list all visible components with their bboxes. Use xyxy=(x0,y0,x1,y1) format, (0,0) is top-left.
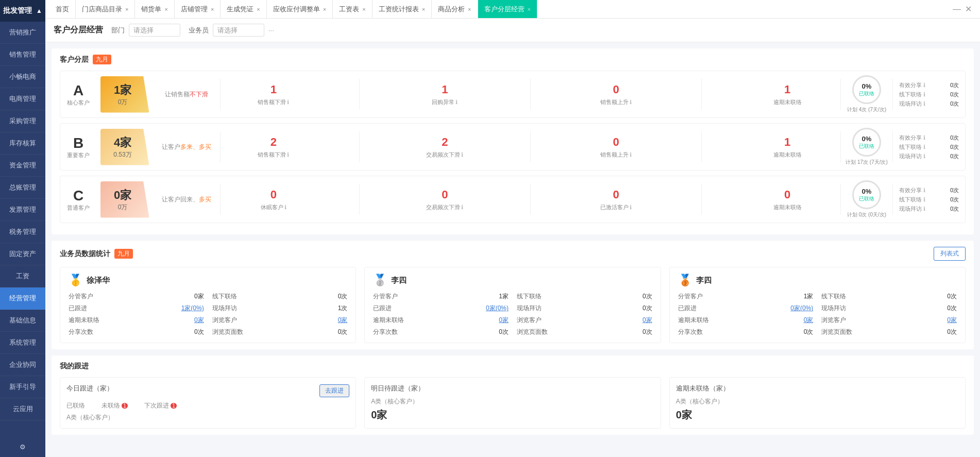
biz-stat-val-1-5[interactable]: 0家 xyxy=(643,316,652,325)
dept-select[interactable]: 请选择 xyxy=(129,24,180,37)
right-info-icon-C-0[interactable]: ℹ xyxy=(923,187,925,193)
main-area: 首页门店商品目录×销货单×店铺管理×生成凭证×应收应付调整单×工资表×工资统计报… xyxy=(45,0,980,457)
staff-select[interactable]: 请选择 xyxy=(213,24,264,37)
sidebar-header[interactable]: 批发管理 ▲ xyxy=(0,0,45,22)
tab-销货单[interactable]: 销货单× xyxy=(135,0,174,19)
contact-label-C: 已联络 xyxy=(859,195,874,202)
biz-section: 业务员数据统计 九月 列表式 🥇 徐泽华 分管客户 0家 线下联络 0次 已跟进… xyxy=(52,241,974,349)
tab-close-生成凭证[interactable]: × xyxy=(257,6,260,12)
biz-stat-val-2-5[interactable]: 0家 xyxy=(947,316,957,325)
sidebar-item-税务管理[interactable]: 税务管理 xyxy=(0,221,45,243)
biz-stat-val-0-5[interactable]: 0家 xyxy=(338,316,348,325)
followup-title: 我的跟进 xyxy=(60,362,966,371)
tab-客户分层经营[interactable]: 客户分层经营× xyxy=(478,0,537,19)
tier-stat-A-0: 1 销售额下滑 ℹ xyxy=(253,83,294,106)
followup-overdue: 逾期未联络（家） A类（核心客户） 0家 xyxy=(669,377,966,429)
biz-stat-val-0-2[interactable]: 1家(0%) xyxy=(181,304,204,313)
info-icon-A-1[interactable]: ℹ xyxy=(455,99,458,106)
biz-stat-val-2-2[interactable]: 0家(0%) xyxy=(790,304,813,313)
biz-stat-1-4: 逾期未联络 0家 xyxy=(373,316,509,325)
sidebar-item-企业协同[interactable]: 企业协同 xyxy=(0,354,45,376)
tab-close-应收应付调整单[interactable]: × xyxy=(323,6,326,12)
tab-close-工资统计报表[interactable]: × xyxy=(422,6,425,12)
followup-tomorrow-title: 明日待跟进（家） xyxy=(371,384,654,393)
info-icon-A-2[interactable]: ℹ xyxy=(630,99,632,106)
biz-stat-label-2-3: 现场拜访 xyxy=(821,304,846,313)
biz-stat-val-2-4[interactable]: 0家 xyxy=(804,316,814,325)
info-icon-B-2[interactable]: ℹ xyxy=(630,151,632,158)
tab-close-商品分析[interactable]: × xyxy=(468,6,471,12)
tab-商品分析[interactable]: 商品分析× xyxy=(432,0,478,19)
tab-工资统计报表[interactable]: 工资统计报表× xyxy=(373,0,432,19)
sidebar-collapse-icon[interactable]: ▲ xyxy=(36,7,42,14)
sidebar-item-系统管理[interactable]: 系统管理 xyxy=(0,332,45,354)
plan-link-${tier.letter}[interactable]: 7天/次 xyxy=(871,159,886,165)
minimize-icon[interactable]: — xyxy=(953,5,961,14)
right-info-icon-B-2[interactable]: ℹ xyxy=(923,153,925,159)
tab-门店商品目录[interactable]: 门店商品目录× xyxy=(76,0,135,19)
biz-stat-val-2-3: 0次 xyxy=(947,304,957,313)
sidebar-item-云应用[interactable]: 云应用 xyxy=(0,398,45,420)
biz-stats-grid-1: 分管客户 1家 线下联络 0次 已跟进 0家(0%) 现场拜访 0次 逾期未联络… xyxy=(373,292,652,336)
biz-stat-val-1-1: 0次 xyxy=(643,292,652,301)
tab-店铺管理[interactable]: 店铺管理× xyxy=(175,0,221,19)
tier-stat-num-C-0: 0 xyxy=(271,188,277,201)
info-icon-C-1[interactable]: ℹ xyxy=(461,204,463,211)
tier-letter-C: C xyxy=(73,188,83,204)
tab-close-工资表[interactable]: × xyxy=(362,6,365,12)
tier-stat-num-A-0: 1 xyxy=(271,83,277,96)
sidebar-item-资金管理[interactable]: 资金管理 xyxy=(0,155,45,177)
info-icon-B-0[interactable]: ℹ xyxy=(287,151,289,158)
sidebar-item-新手引导[interactable]: 新手引导 xyxy=(0,376,45,398)
sidebar-item-发票管理[interactable]: 发票管理 xyxy=(0,199,45,221)
sidebar-title: 批发管理 xyxy=(3,6,32,15)
info-icon-A-0[interactable]: ℹ xyxy=(287,99,289,106)
tier-stat-label-C-2: 已激活客户 ℹ xyxy=(600,204,632,211)
biz-stat-val-0-4[interactable]: 0家 xyxy=(194,316,204,325)
sidebar-item-库存核算[interactable]: 库存核算 xyxy=(0,132,45,155)
biz-stat-val-1-4[interactable]: 0家 xyxy=(499,316,509,325)
sidebar-item-销售管理[interactable]: 销售管理 xyxy=(0,44,45,66)
right-info-icon-A-1[interactable]: ℹ xyxy=(923,91,925,97)
info-icon-C-0[interactable]: ℹ xyxy=(284,204,286,211)
info-icon-C-2[interactable]: ℹ xyxy=(630,204,632,211)
tab-close-店铺管理[interactable]: × xyxy=(211,6,214,12)
list-view-button[interactable]: 列表式 xyxy=(934,247,966,261)
biz-stat-1-5: 浏览客户 0家 xyxy=(517,316,652,325)
sidebar-item-总账管理[interactable]: 总账管理 xyxy=(0,177,45,199)
right-info-icon-A-0[interactable]: ℹ xyxy=(923,82,925,88)
tab-首页[interactable]: 首页 xyxy=(49,0,76,19)
tab-close-客户分层经营[interactable]: × xyxy=(528,6,531,12)
sidebar-item-小畅电商[interactable]: 小畅电商 xyxy=(0,66,45,88)
plan-link-${tier.letter}[interactable]: 7天/次 xyxy=(870,107,884,112)
sidebar-item-工资[interactable]: 工资 xyxy=(0,265,45,287)
tier-stat-label-B-0: 销售额下滑 ℹ xyxy=(258,151,289,159)
tab-close-门店商品目录[interactable]: × xyxy=(125,6,128,12)
tab-生成凭证[interactable]: 生成凭证× xyxy=(221,0,266,19)
tab-工资表[interactable]: 工资表× xyxy=(333,0,372,19)
plan-link-${tier.letter}[interactable]: 0天/次 xyxy=(870,212,884,217)
right-info-icon-B-0[interactable]: ℹ xyxy=(923,134,925,141)
right-info-icon-B-1[interactable]: ℹ xyxy=(923,144,925,150)
tab-close-销货单[interactable]: × xyxy=(164,6,167,12)
goto-followup-button[interactable]: 去跟进 xyxy=(319,384,349,397)
sidebar-item-固定资产[interactable]: 固定资产 xyxy=(0,243,45,265)
sidebar-item-电商管理[interactable]: 电商管理 xyxy=(0,88,45,110)
right-info-icon-C-1[interactable]: ℹ xyxy=(923,196,925,202)
sidebar-item-采购管理[interactable]: 采购管理 xyxy=(0,110,45,132)
sidebar-item-基础信息[interactable]: 基础信息 xyxy=(0,310,45,332)
tier-amount-A: 0万 xyxy=(107,98,139,107)
settings-icon[interactable]: ⚙ xyxy=(0,437,45,457)
sidebar-item-营销推广[interactable]: 营销推广 xyxy=(0,22,45,44)
close-window-icon[interactable]: ✕ xyxy=(965,4,972,14)
biz-stat-val-1-2[interactable]: 0家(0%) xyxy=(486,304,509,313)
info-icon-B-1[interactable]: ℹ xyxy=(461,151,463,158)
right-info-icon-C-2[interactable]: ℹ xyxy=(923,206,925,212)
tab-应收应付调整单[interactable]: 应收应付调整单× xyxy=(267,0,333,19)
contact-pct-A: 0% xyxy=(862,82,872,90)
right-info-icon-A-2[interactable]: ℹ xyxy=(923,100,925,107)
followup-today: 今日跟进（家） 去跟进 已联络 未联络 1 下次跟进 1 A类（核心客户） xyxy=(60,377,356,429)
more-filter-icon[interactable]: ··· xyxy=(268,26,274,34)
sidebar-item-经营管理[interactable]: 经营管理 xyxy=(0,287,45,310)
biz-stat-label-1-2: 已跟进 xyxy=(373,304,392,313)
